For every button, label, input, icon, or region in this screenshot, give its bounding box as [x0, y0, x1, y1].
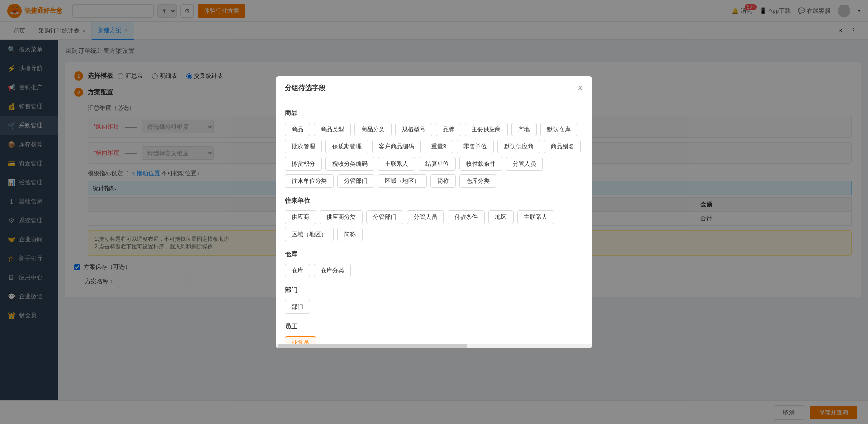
- field-section-staff-title: 员工: [285, 323, 583, 331]
- field-tag-goods-alias[interactable]: 商品别名: [544, 140, 581, 153]
- field-tag-counterpart-manager[interactable]: 分管人员: [407, 210, 444, 224]
- modal-body[interactable]: 商品 商品 商品类型 商品分类 规格型号 品牌 主要供应商 产地 默认仓库 批次…: [276, 100, 592, 344]
- field-tag-goods-settlement-unit[interactable]: 结算单位: [419, 157, 456, 171]
- field-tag-warehouse[interactable]: 仓库: [285, 264, 310, 277]
- field-tag-goods-retail-unit[interactable]: 零售单位: [457, 140, 494, 153]
- field-section-goods-title: 商品: [285, 109, 583, 117]
- field-section-warehouse-title: 仓库: [285, 250, 583, 258]
- field-tag-goods-counterpart-category[interactable]: 往来单位分类: [285, 174, 334, 188]
- field-tag-goods-main-contact[interactable]: 主联系人: [378, 157, 415, 171]
- field-tag-goods-main-supplier[interactable]: 主要供应商: [465, 123, 508, 136]
- field-section-counterpart-title: 往来单位: [285, 197, 583, 205]
- modal-horizontal-scrollbar[interactable]: [276, 344, 592, 348]
- field-tag-counterpart-area[interactable]: 区域（地区）: [285, 228, 334, 241]
- field-tag-goods-region[interactable]: 区域（地区）: [378, 174, 427, 188]
- field-tag-goods-manager[interactable]: 分管人员: [506, 157, 543, 171]
- field-tag-goods-abbr[interactable]: 简称: [430, 174, 456, 188]
- modal: 分组待选字段 ✕ 商品 商品 商品类型 商品分类 规格型号 品牌 主要供应商 产…: [276, 76, 592, 348]
- field-section-counterpart: 往来单位 供应商 供应商分类 分管部门 分管人员 付款条件 地区 主联系人 区域…: [285, 197, 583, 241]
- field-tag-goods-dept[interactable]: 分管部门: [337, 174, 374, 188]
- field-tag-goods-warehouse-cat[interactable]: 仓库分类: [459, 174, 496, 188]
- field-tag-counterpart-region[interactable]: 地区: [488, 210, 514, 224]
- field-section-department: 部门 部门: [285, 286, 583, 314]
- field-tag-goods-category[interactable]: 商品分类: [354, 123, 392, 136]
- field-tags-warehouse: 仓库 仓库分类: [285, 264, 583, 277]
- field-tag-counterpart-payment[interactable]: 付款条件: [448, 210, 485, 224]
- modal-close-button[interactable]: ✕: [577, 84, 583, 92]
- field-tag-counterpart-contact[interactable]: 主联系人: [517, 210, 554, 224]
- field-tag-goods-batch[interactable]: 批次管理: [285, 140, 322, 153]
- field-tag-goods-payment-terms[interactable]: 收付款条件: [459, 157, 502, 171]
- field-tag-goods-tax-code[interactable]: 税收分类编码: [326, 157, 374, 171]
- field-section-goods: 商品 商品 商品类型 商品分类 规格型号 品牌 主要供应商 产地 默认仓库 批次…: [285, 109, 583, 188]
- field-tags-department: 部门: [285, 300, 583, 314]
- field-tags-goods: 商品 商品类型 商品分类 规格型号 品牌 主要供应商 产地 默认仓库 批次管理 …: [285, 123, 583, 188]
- field-section-warehouse: 仓库 仓库 仓库分类: [285, 250, 583, 277]
- field-tag-goods-brand[interactable]: 品牌: [436, 123, 461, 136]
- field-section-department-title: 部门: [285, 286, 583, 295]
- field-tags-counterpart: 供应商 供应商分类 分管部门 分管人员 付款条件 地区 主联系人 区域（地区） …: [285, 210, 583, 241]
- field-tag-goods-type[interactable]: 商品类型: [314, 123, 351, 136]
- modal-header: 分组待选字段 ✕: [276, 76, 592, 100]
- field-tag-goods-origin[interactable]: 产地: [511, 123, 537, 136]
- field-tag-goods-pick-score[interactable]: 拣货积分: [285, 157, 322, 171]
- field-tag-counterpart-abbr[interactable]: 简称: [337, 228, 363, 241]
- field-tag-warehouse-category[interactable]: 仓库分类: [314, 264, 351, 277]
- field-tags-staff: 业务员: [285, 336, 583, 344]
- field-tag-goods-expiry[interactable]: 保质期管理: [326, 140, 368, 153]
- field-tag-goods-weight[interactable]: 重量3: [425, 140, 453, 153]
- field-tag-goods-default-warehouse[interactable]: 默认仓库: [540, 123, 577, 136]
- field-tag-goods-spec[interactable]: 规格型号: [395, 123, 432, 136]
- field-tag-department[interactable]: 部门: [285, 300, 310, 314]
- modal-overlay: 分组待选字段 ✕ 商品 商品 商品类型 商品分类 规格型号 品牌 主要供应商 产…: [0, 0, 868, 424]
- field-tag-goods-customer-code[interactable]: 客户商品编码: [372, 140, 421, 153]
- field-tag-counterpart-dept[interactable]: 分管部门: [366, 210, 403, 224]
- field-tag-salesperson[interactable]: 业务员: [285, 336, 316, 344]
- field-tag-goods-default-supplier[interactable]: 默认供应商: [497, 140, 540, 153]
- field-tag-supplier[interactable]: 供应商: [285, 210, 316, 224]
- modal-title: 分组待选字段: [285, 84, 326, 92]
- horizontal-scroll-thumb: [278, 344, 467, 348]
- field-section-staff: 员工 业务员: [285, 323, 583, 344]
- field-tag-goods[interactable]: 商品: [285, 123, 310, 136]
- field-tag-supplier-category[interactable]: 供应商分类: [320, 210, 363, 224]
